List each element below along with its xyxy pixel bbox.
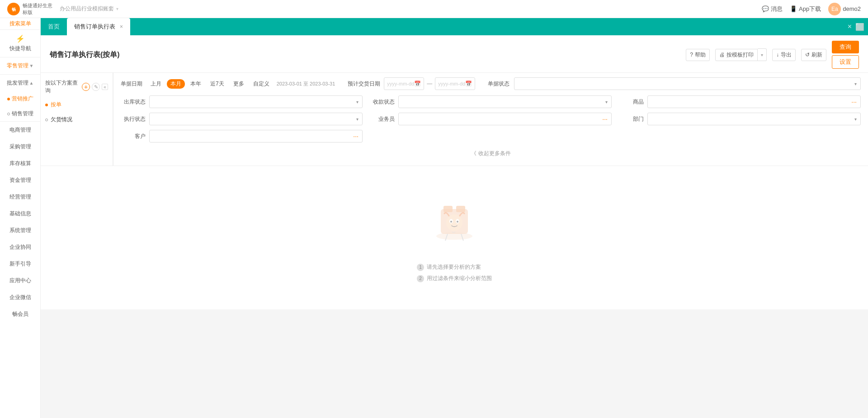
- sidebar-sub-item-sales[interactable]: 销售管理: [0, 106, 40, 121]
- breadcrumb: 办公用品行业模拟账套 ▾: [60, 5, 118, 13]
- scheme-item-按单[interactable]: 按单: [41, 97, 113, 112]
- refresh-btn[interactable]: ↺ 刷新: [801, 49, 826, 61]
- print-dropdown-arrow[interactable]: ▾: [758, 48, 767, 61]
- svg-text:畅: 畅: [12, 7, 16, 12]
- tab-home[interactable]: 首页: [41, 18, 67, 35]
- expected-date-to[interactable]: yyyy-mm-dd 📅: [435, 77, 475, 90]
- status-dropdown-icon: ▾: [854, 81, 857, 86]
- tab-maximize-icon[interactable]: ⬜: [855, 23, 864, 31]
- customer-input[interactable]: ···: [149, 130, 363, 142]
- sidebar-item-finance[interactable]: 资金管理: [0, 172, 40, 189]
- goods-dots-icon: ···: [851, 98, 857, 105]
- export-btn[interactable]: ↓ 导出: [772, 49, 796, 61]
- empty-tip-2: 2 用过滤条件来缩小分析范围: [417, 275, 492, 282]
- message-action[interactable]: 💬 消息: [762, 5, 783, 13]
- scheme-collapse-btn[interactable]: «: [102, 84, 108, 90]
- print-btn[interactable]: 🖨 按模板打印: [715, 49, 758, 61]
- top-header: 畅 畅捷通好生意 标版 办公用品行业模拟账套 ▾ 💬 消息 📱 App下载 Ea…: [0, 0, 868, 18]
- user-avatar: Ea: [828, 3, 841, 15]
- content-area: 首页 销售订单执行表 × × ⬜ 销售订单执行表(按单) ? 帮助: [41, 18, 868, 418]
- export-icon: ↓: [776, 52, 779, 58]
- date-tab-more[interactable]: 更多: [230, 79, 248, 89]
- date-to-placeholder: yyyy-mm-dd: [438, 81, 465, 86]
- goods-input[interactable]: ···: [647, 95, 861, 108]
- sidebar-item-newbie[interactable]: 新手引导: [0, 256, 40, 272]
- sidebar-item-retail[interactable]: 零售管理 ▼: [0, 57, 40, 74]
- sidebar-wholesale-section: 批发管理 ▲ 营销推广 销售管理: [0, 75, 40, 122]
- dept-dropdown-icon: ▾: [854, 117, 857, 122]
- sidebar-search-btn[interactable]: 搜索菜单: [0, 18, 40, 29]
- execution-dropdown-icon: ▾: [356, 117, 359, 122]
- salesman-label: 业务员: [370, 115, 395, 123]
- sidebar-item-basic[interactable]: 基础信息: [0, 205, 40, 222]
- date-filter-row: 单据日期 上月 本月 本年 近7天 更多 自定义 2023-03-01 至 20…: [121, 77, 861, 90]
- tab-close-icon[interactable]: ×: [120, 24, 123, 30]
- sidebar-item-weixin[interactable]: 企业微信: [0, 289, 40, 306]
- collapse-more-btn[interactable]: 《 收起更多条件: [121, 146, 861, 161]
- filters-container: 单据日期 上月 本月 本年 近7天 更多 自定义 2023-03-01 至 20…: [113, 73, 868, 166]
- phone-icon: 📱: [790, 5, 797, 12]
- sidebar-item-appstore[interactable]: 应用中心: [0, 272, 40, 289]
- user-menu[interactable]: Ea demo2: [828, 3, 861, 15]
- date-from-placeholder: yyyy-mm-dd: [387, 81, 414, 86]
- date-dash: —: [427, 81, 432, 87]
- scheme-panel: 按以下方案查询 + ✎ « 按单 欠货情况: [41, 73, 113, 166]
- status-select[interactable]: ▾: [514, 77, 861, 90]
- payment-status-label: 收款状态: [370, 98, 395, 106]
- calendar-to-icon: 📅: [465, 81, 472, 87]
- header-left: 畅 畅捷通好生意 标版 办公用品行业模拟账套 ▾: [7, 2, 118, 15]
- sidebar-quicknav-section: ⚡ 快捷导航: [0, 30, 40, 57]
- tip-num-2: 2: [417, 275, 424, 282]
- sidebar-item-purchase[interactable]: 采购管理: [0, 138, 40, 155]
- help-btn[interactable]: ? 帮助: [686, 49, 710, 61]
- sidebar-item-ecommerce[interactable]: 电商管理: [0, 122, 40, 138]
- date-tab-last-month[interactable]: 上月: [147, 79, 165, 89]
- tab-minimize-icon[interactable]: ×: [848, 23, 852, 31]
- scheme-active-dot: [45, 104, 48, 106]
- tab-sales-order[interactable]: 销售订单执行表 ×: [67, 18, 130, 35]
- scheme-edit-btn[interactable]: ✎: [92, 83, 100, 91]
- date-tabs: 上月 本月 本年 近7天 更多 自定义: [147, 79, 273, 89]
- payment-status-select[interactable]: ▾: [398, 95, 612, 108]
- sidebar-item-operation[interactable]: 经营管理: [0, 189, 40, 205]
- customer-label: 客户: [121, 133, 146, 140]
- print-btn-group: 🖨 按模板打印 ▾: [715, 48, 767, 61]
- sidebar-item-system[interactable]: 系统管理: [0, 222, 40, 239]
- sidebar: 搜索菜单 ⚡ 快捷导航 零售管理 ▼ 批发管理 ▲ 营销推广: [0, 18, 41, 418]
- dept-select[interactable]: ▾: [647, 113, 861, 125]
- dept-field: 部门 ▾: [619, 113, 861, 125]
- expected-date-from[interactable]: yyyy-mm-dd 📅: [384, 77, 424, 90]
- sidebar-item-wholesale[interactable]: 批发管理 ▲: [0, 75, 40, 91]
- refresh-icon: ↺: [805, 52, 810, 58]
- goods-field: 商品 ···: [619, 95, 861, 108]
- app-download-action[interactable]: 📱 App下载: [790, 5, 821, 13]
- date-tab-last7[interactable]: 近7天: [207, 79, 228, 89]
- logo-text: 畅捷通好生意 标版: [23, 2, 52, 15]
- dept-label: 部门: [619, 115, 644, 123]
- empty-tips: 1 请先选择要分析的方案 2 用过滤条件来缩小分析范围: [417, 263, 492, 282]
- sidebar-item-enterprise[interactable]: 企业协同: [0, 239, 40, 256]
- header-right: 💬 消息 📱 App下载 Ea demo2: [762, 3, 861, 15]
- scheme-add-btn[interactable]: +: [82, 83, 90, 91]
- wholesale-arrow-icon: ▲: [29, 81, 34, 86]
- salesman-input[interactable]: ···: [398, 113, 612, 125]
- customer-dots-icon: ···: [353, 133, 359, 140]
- sidebar-item-member[interactable]: 畅会员: [0, 306, 40, 323]
- sidebar-item-quicknav[interactable]: ⚡ 快捷导航: [0, 30, 40, 57]
- execution-status-select[interactable]: ▾: [149, 113, 363, 125]
- calendar-from-icon: 📅: [414, 81, 421, 87]
- scheme-item-欠货情况[interactable]: 欠货情况: [41, 112, 113, 127]
- date-tab-this-month[interactable]: 本月: [167, 79, 185, 89]
- settings-btn[interactable]: 设置: [832, 55, 859, 69]
- search-btn[interactable]: 查询: [832, 41, 859, 53]
- goods-label: 商品: [619, 98, 644, 106]
- quicknav-icon: ⚡: [16, 34, 25, 43]
- execution-status-field: 执行状态 ▾: [121, 113, 363, 125]
- sidebar-item-inventory[interactable]: 库存核算: [0, 155, 40, 172]
- date-tab-custom[interactable]: 自定义: [250, 79, 273, 89]
- sidebar-retail-section: 零售管理 ▼: [0, 57, 40, 75]
- sidebar-sub-item-marketing[interactable]: 营销推广: [0, 91, 40, 106]
- date-tab-this-year[interactable]: 本年: [187, 79, 205, 89]
- delivery-status-select[interactable]: ▾: [149, 95, 363, 108]
- filter-grid-2: 执行状态 ▾ 业务员 ···: [121, 113, 861, 125]
